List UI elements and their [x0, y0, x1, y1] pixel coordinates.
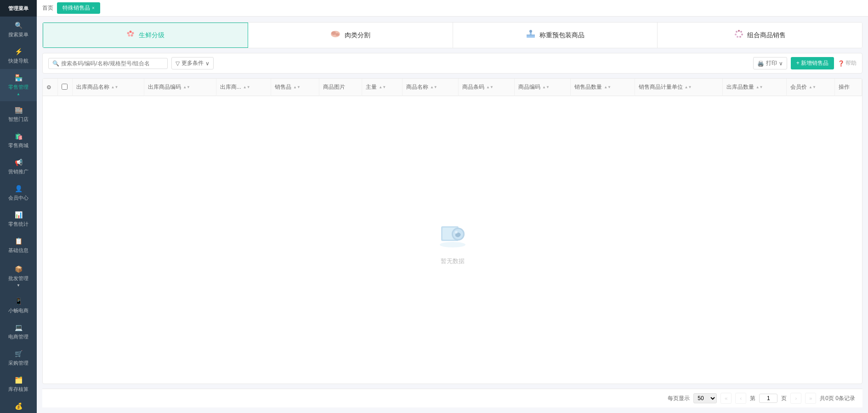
toolbar-right: 🖨️ 打印 ∨ + 新增销售品 ❓ 帮助 [753, 57, 857, 69]
first-page-button[interactable]: « [720, 393, 732, 404]
page-input[interactable] [759, 394, 777, 403]
sort-icon: ▲▼ [604, 86, 611, 89]
col-goods-code[interactable]: 商品编码 ▲▼ [515, 79, 571, 96]
tab-weight-label: 称重预包装商品 [539, 31, 584, 40]
finance-icon: 💰 [15, 402, 23, 411]
sidebar-item-finance[interactable]: 💰 资金管理 [0, 397, 37, 413]
svg-point-12 [736, 31, 738, 33]
col-out-name[interactable]: 出库商品名称 ▲▼ [72, 79, 144, 96]
sidebar-item-label: 零售商城 [8, 142, 28, 149]
filter-label: 更多条件 [182, 59, 204, 67]
col-goods-name[interactable]: 商品名称 ▲▼ [402, 79, 458, 96]
filter-icon: ▽ [176, 60, 180, 67]
sidebar-item-ecom-mgmt[interactable]: 💻 电商管理 [0, 319, 37, 345]
svg-point-17 [737, 36, 738, 38]
col-out-code[interactable]: 出库商品编码 ▲▼ [144, 79, 216, 96]
topbar-tab-label: 特殊销售品 [62, 4, 90, 12]
search-input[interactable] [61, 60, 164, 67]
svg-point-10 [529, 30, 532, 33]
main-content: 首页 特殊销售品 × 生鲜分级 [37, 0, 868, 413]
last-page-button[interactable]: » [805, 393, 816, 404]
col-sale-goods[interactable]: 销售品 ▲▼ [271, 79, 319, 96]
sidebar-item-label: 智慧门店 [8, 116, 28, 123]
sidebar-item-mini-mall[interactable]: 📱 小畅电商 [0, 293, 37, 319]
svg-rect-8 [527, 35, 535, 38]
svg-point-0 [127, 32, 130, 34]
sidebar-item-label: 快捷导航 [8, 57, 28, 64]
select-all-checkbox[interactable] [62, 84, 68, 90]
sidebar-item-member[interactable]: 👤 会员中心 [0, 180, 37, 206]
svg-point-6 [331, 31, 336, 35]
sidebar-item-smart-store[interactable]: 🏬 智慧门店 [0, 101, 37, 127]
topbar-active-tab[interactable]: 特殊销售品 × [57, 2, 100, 14]
sidebar-item-search-menu[interactable]: 🔍 搜索菜单 [0, 17, 37, 43]
retail-stats-icon: 📊 [15, 211, 23, 220]
fresh-tab-icon [126, 29, 135, 41]
ecom-mgmt-icon: 💻 [15, 323, 23, 333]
filter-button[interactable]: ▽ 更多条件 ∨ [171, 57, 214, 69]
empty-state: 暂无数据 [43, 96, 862, 384]
col-action: 操作 [834, 79, 862, 96]
empty-icon [434, 215, 471, 252]
purchase-mgmt-icon: 🛒 [15, 350, 23, 359]
sort-icon: ▲▼ [756, 86, 763, 89]
page-area: 生鲜分级 肉类分割 [37, 17, 868, 413]
retail-mall-icon: 🛍️ [15, 132, 23, 141]
tab-combo-label: 组合商品销售 [747, 31, 786, 40]
col-image[interactable]: 商品图片 [319, 79, 362, 96]
tab-meat-label: 肉类分割 [345, 31, 370, 40]
sidebar-item-retail-mall[interactable]: 🛍️ 零售商城 [0, 127, 37, 154]
meat-tab-icon [330, 30, 341, 40]
help-button[interactable]: ❓ 帮助 [838, 59, 857, 67]
col-barcode[interactable]: 商品条码 ▲▼ [458, 79, 514, 96]
settings-gear-icon[interactable]: ⚙ [46, 84, 51, 91]
sidebar-item-wholesale-mgmt[interactable]: 📦 批发管理 ▼ [0, 260, 37, 293]
col-checkbox[interactable] [57, 79, 72, 96]
add-button[interactable]: + 新增销售品 [791, 57, 834, 69]
inventory-icon: 🗂️ [15, 376, 23, 385]
topbar-home[interactable]: 首页 [42, 4, 53, 12]
add-label: + 新增销售品 [796, 59, 828, 67]
sidebar-item-label: 采购管理 [8, 360, 28, 367]
col-out-spec[interactable]: 出库商... ▲▼ [216, 79, 271, 96]
sidebar-item-retail-mgmt[interactable]: 🏪 零售管理 ▲ [0, 69, 37, 101]
wholesale-mgmt-icon: 📦 [15, 265, 23, 274]
col-out-qty[interactable]: 出库品数量 ▲▼ [722, 79, 786, 96]
tab-meat[interactable]: 肉类分割 [248, 23, 453, 48]
print-icon: 🖨️ [757, 60, 764, 67]
tab-fresh[interactable]: 生鲜分级 [42, 22, 249, 48]
col-sale-qty[interactable]: 销售品数量 ▲▼ [571, 79, 635, 96]
prev-page-button[interactable]: ‹ [735, 393, 746, 404]
svg-point-18 [739, 36, 741, 38]
tab-fresh-label: 生鲜分级 [139, 31, 165, 40]
sidebar-item-inventory[interactable]: 🗂️ 库存核算 [0, 371, 37, 397]
empty-text: 暂无数据 [441, 257, 465, 265]
print-button[interactable]: 🖨️ 打印 ∨ [753, 57, 787, 69]
topbar: 首页 特殊销售品 × [37, 0, 868, 17]
svg-point-15 [735, 34, 737, 35]
sidebar-item-purchase-mgmt[interactable]: 🛒 采购管理 [0, 345, 37, 371]
svg-point-19 [440, 242, 465, 247]
next-page-button[interactable]: › [790, 393, 801, 404]
col-main-unit[interactable]: 主量 ▲▼ [362, 79, 403, 96]
per-page-select[interactable]: 50 10 20 100 [693, 393, 717, 403]
sidebar-item-marketing[interactable]: 📢 营销推广 [0, 154, 37, 180]
chevron-down-icon: ▲ [17, 92, 20, 97]
category-tabs: 生鲜分级 肉类分割 [42, 22, 862, 48]
svg-point-24 [455, 231, 458, 234]
sidebar-item-quick-nav[interactable]: ⚡ 快捷导航 [0, 43, 37, 69]
combo-tab-icon [734, 29, 743, 41]
col-member-price[interactable]: 会员价 ▲▼ [787, 79, 835, 96]
print-label: 打印 [766, 59, 777, 67]
table-container: ⚙ 出库商品名称 ▲▼ 出库 [42, 78, 862, 384]
sidebar-item-retail-stats[interactable]: 📊 零售统计 [0, 206, 37, 232]
col-settings[interactable]: ⚙ [43, 79, 57, 96]
tab-combo[interactable]: 组合商品销售 [658, 23, 862, 48]
tab-weight[interactable]: 称重预包装商品 [453, 23, 658, 48]
sidebar-item-basic-info[interactable]: 📋 基础信息 [0, 232, 37, 258]
close-icon[interactable]: × [92, 6, 95, 11]
search-box[interactable]: 🔍 [48, 58, 168, 69]
chevron-down-icon: ▼ [17, 283, 20, 288]
col-sale-unit[interactable]: 销售商品计量单位 ▲▼ [635, 79, 722, 96]
total-label: 共0页 0条记录 [820, 395, 855, 402]
